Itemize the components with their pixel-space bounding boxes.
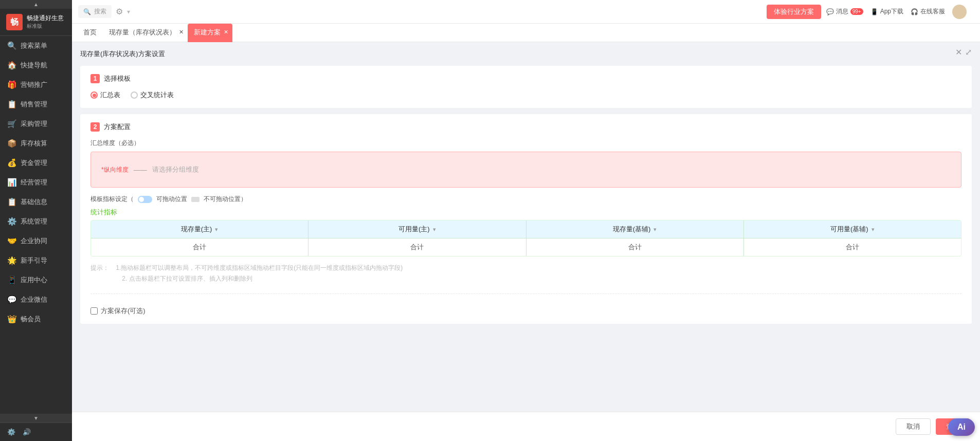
topbar-search-area[interactable]: 🔍 搜索 — [78, 5, 112, 18]
sidebar-item-business[interactable]: 📊 经营管理 — [0, 173, 72, 192]
sidebar-item-purchase[interactable]: 🛒 采购管理 — [0, 114, 72, 134]
radio-summary[interactable]: 汇总表 — [90, 90, 120, 100]
sidebar-scroll-down[interactable]: ▼ — [0, 414, 72, 422]
panel-controls: ✕ ⤢ — [955, 47, 972, 57]
experience-btn[interactable]: 体验行业方案 — [767, 5, 821, 19]
tips-title: 提示： — [90, 264, 114, 271]
sidebar-item-label: 应用中心 — [21, 275, 47, 285]
sidebar-item-system[interactable]: ⚙️ 系统管理 — [0, 212, 72, 231]
topbar-left: 🔍 搜索 ⚙ ▾ — [78, 5, 761, 18]
app-edition: 标准版 — [27, 23, 64, 30]
radio-crosstab[interactable]: 交叉统计表 — [131, 90, 174, 100]
gear-icon[interactable]: ⚙ — [116, 7, 123, 16]
tip-2: 2. 点击标题栏下拉可设置排序、插入列和删除列 — [90, 274, 961, 283]
vip-icon: 👑 — [7, 315, 16, 324]
stats-section-label: 统计指标 — [90, 208, 961, 217]
customer-service-btn[interactable]: 🎧 在线客服 — [911, 7, 945, 16]
purchase-icon: 🛒 — [7, 119, 16, 128]
close-panel-btn[interactable]: ✕ — [955, 47, 962, 57]
stats-col-2[interactable]: 可用量(主) ▾ — [308, 220, 526, 238]
stats-cell-1: 合计 — [91, 238, 308, 256]
inventory-icon: 📦 — [7, 139, 16, 148]
topbar: 🔍 搜索 ⚙ ▾ 体验行业方案 💬 消息 99+ 📱 App下载 🎧 在线客服 — [72, 0, 980, 24]
col1-chevron: ▾ — [215, 226, 218, 233]
dimension-box[interactable]: *纵向维度 —— 请选择分组维度 — [90, 152, 961, 188]
topbar-right: 💬 消息 99+ 📱 App下载 🎧 在线客服 — [826, 5, 974, 19]
topbar-nav-arrow: ▾ — [127, 8, 130, 15]
app-download-label: App下载 — [880, 7, 903, 16]
cancel-button[interactable]: 取消 — [896, 418, 931, 435]
search-icon: 🔍 — [83, 8, 91, 15]
tab-new-plan[interactable]: 新建方案 ✕ — [188, 24, 232, 42]
sales-icon: 📋 — [7, 100, 16, 109]
app-download-btn[interactable]: 📱 App下载 — [870, 7, 903, 16]
system-icon: ⚙️ — [7, 217, 16, 226]
settings-icon[interactable]: ⚙️ — [7, 428, 15, 436]
wechat-icon: 💬 — [7, 295, 16, 304]
tip-1: 提示： 1.拖动标题栏可以调整布局，不可跨维度或指标区域拖动栏目字段(只能在同一… — [90, 264, 961, 272]
vertical-dim-required: *纵向维度 — [101, 166, 129, 174]
sidebar-item-vip[interactable]: 👑 畅会员 — [0, 309, 72, 329]
col4-label: 可用量(基辅) — [830, 225, 868, 234]
message-btn[interactable]: 💬 消息 99+ — [826, 7, 863, 16]
sidebar-item-label: 畅会员 — [21, 315, 41, 324]
finance-icon: 💰 — [7, 158, 16, 168]
step1-title: 选择模板 — [104, 74, 131, 83]
sidebar-item-label: 新手引导 — [21, 256, 47, 265]
main-area: 🔍 搜索 ⚙ ▾ 体验行业方案 💬 消息 99+ 📱 App下载 🎧 在线客服 — [72, 0, 980, 441]
radio-crosstab-label: 交叉统计表 — [140, 90, 174, 100]
sidebar-logo: 畅 畅捷通好生意 标准版 — [0, 9, 72, 36]
step2-title: 方案配置 — [104, 122, 131, 132]
sidebar-item-shortcut[interactable]: 🏠 快捷导航 — [0, 56, 72, 75]
sidebar-item-basic[interactable]: 📋 基础信息 — [0, 192, 72, 212]
col3-label: 现存量(基辅) — [613, 225, 651, 234]
drag-label: 可拖动位置 — [156, 195, 187, 204]
sidebar-item-search[interactable]: 🔍 搜索菜单 — [0, 36, 72, 56]
save-option[interactable]: 方案保存(可选) — [90, 306, 961, 316]
sidebar-bottom: ⚙️ 🔊 — [0, 422, 72, 441]
enterprise-icon: 🤝 — [7, 236, 16, 246]
tab-inventory-status[interactable]: 现存量（库存状况表） ✕ — [103, 24, 188, 42]
sidebar-item-finance[interactable]: 💰 资金管理 — [0, 153, 72, 173]
message-badge: 99+ — [850, 8, 863, 15]
content-area: ✕ ⤢ 现存量(库存状况表)方案设置 1 选择模板 汇总表 交叉统计表 — [72, 42, 980, 412]
ai-bubble[interactable]: Ai — [948, 418, 975, 436]
stats-col-4[interactable]: 可用量(基辅) ▾ — [744, 220, 961, 238]
speaker-icon[interactable]: 🔊 — [23, 428, 31, 436]
step2-card: 2 方案配置 汇总维度（必选） *纵向维度 —— 请选择分组维度 模板指标设定（… — [80, 114, 972, 324]
tab-new-plan-close[interactable]: ✕ — [224, 29, 228, 35]
sidebar-item-enterprise[interactable]: 🤝 企业协同 — [0, 231, 72, 251]
app-name: 畅捷通好生意 — [27, 14, 64, 23]
tabs-bar: 首页 现存量（库存状况表） ✕ 新建方案 ✕ — [72, 24, 980, 42]
sidebar-item-newbie[interactable]: 🌟 新手引导 — [0, 251, 72, 270]
radio-summary-label: 汇总表 — [100, 90, 120, 100]
tab-inventory-close[interactable]: ✕ — [179, 29, 184, 35]
step2-header: 2 方案配置 — [90, 122, 961, 132]
sidebar-item-wechat[interactable]: 💬 企业微信 — [0, 290, 72, 309]
sidebar-scroll-up[interactable]: ▲ — [0, 0, 72, 9]
step2-badge: 2 — [90, 122, 100, 132]
sidebar-item-label: 搜索菜单 — [21, 41, 47, 50]
summary-dim-label: 汇总维度（必选） — [90, 139, 961, 148]
stats-cell-4: 合计 — [744, 238, 961, 256]
col1-label: 现存量(主) — [181, 225, 212, 234]
stats-col-3[interactable]: 现存量(基辅) ▾ — [527, 220, 744, 238]
sidebar-item-label: 企业微信 — [21, 295, 47, 304]
sidebar-item-inventory[interactable]: 📦 库存核算 — [0, 134, 72, 153]
sidebar-item-appstore[interactable]: 📱 应用中心 — [0, 270, 72, 290]
bottom-bar: 取消 查询 — [72, 412, 980, 441]
search-placeholder: 搜索 — [94, 7, 106, 16]
save-checkbox[interactable] — [90, 307, 98, 315]
stats-col-1[interactable]: 现存量(主) ▾ — [91, 220, 308, 238]
tab-home[interactable]: 首页 — [77, 24, 103, 42]
drag-indicator — [138, 196, 152, 203]
sidebar-item-label: 采购管理 — [21, 119, 47, 128]
app-icon: 📱 — [7, 275, 16, 285]
gift-icon: 🎁 — [7, 80, 16, 89]
expand-panel-btn[interactable]: ⤢ — [965, 47, 972, 57]
sidebar-item-label: 销售管理 — [21, 100, 47, 109]
radio-crosstab-indicator — [131, 91, 138, 99]
step1-badge: 1 — [90, 74, 100, 83]
sidebar-item-marketing[interactable]: 🎁 营销推广 — [0, 75, 72, 95]
sidebar-item-sales[interactable]: 📋 销售管理 — [0, 95, 72, 114]
